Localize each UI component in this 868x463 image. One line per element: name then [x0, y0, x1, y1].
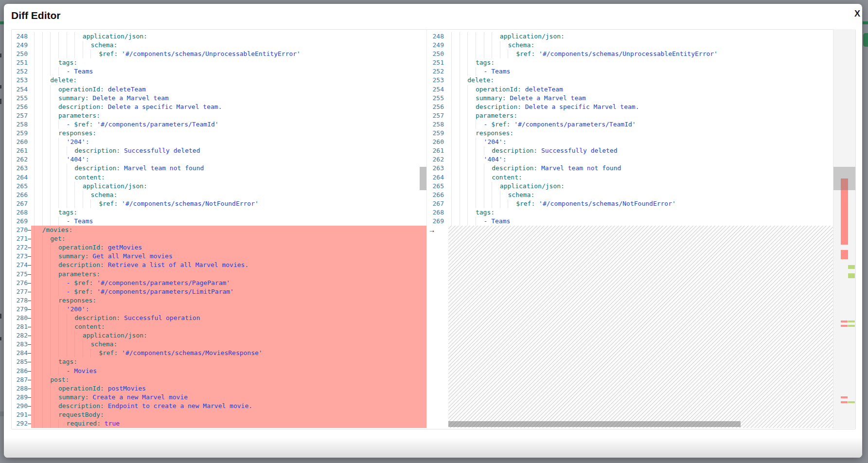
- deleted-line-marker: [28, 182, 31, 191]
- line-number: 265: [427, 182, 444, 191]
- deleted-line-marker: [28, 85, 31, 94]
- code-text: - Teams: [448, 217, 833, 226]
- background-text-fragment: [0, 99, 1, 104]
- minimap-deleted-mark: [841, 325, 848, 327]
- diff-line: 262'404':: [427, 155, 833, 164]
- minimap-deleted-mark: [841, 401, 848, 403]
- code-text: description: Marvel team not found: [31, 164, 426, 173]
- diff-line: 265application/json:: [427, 182, 833, 191]
- diff-pane-original[interactable]: 248application/json:249schema:250$ref: '…: [12, 32, 426, 428]
- deleted-line-marker: [28, 58, 31, 67]
- line-number: 253: [427, 76, 444, 85]
- code-text: schema:: [448, 191, 833, 199]
- deleted-region-placeholder: [448, 226, 833, 428]
- code-text: parameters:: [31, 111, 426, 120]
- diff-line: 267$ref: '#/components/schemas/NotFoundE…: [427, 199, 833, 208]
- minimap-slider[interactable]: [833, 167, 855, 190]
- diff-line: 258- $ref: '#/components/parameters/Team…: [12, 120, 426, 129]
- code-text: description: Successfully deleted: [448, 146, 833, 155]
- diff-line: 250$ref: '#/components/schemas/Unprocess…: [427, 50, 833, 58]
- line-number: 266: [427, 191, 444, 199]
- line-number: 259: [427, 129, 444, 138]
- line-number: 261: [12, 146, 28, 155]
- line-number: 268: [12, 208, 28, 217]
- code-text: responses:: [31, 296, 426, 305]
- diff-line: 268tags:: [12, 208, 426, 217]
- code-text: - $ref: '#/components/parameters/TeamId': [448, 120, 833, 129]
- deleted-line-marker: –: [28, 331, 31, 340]
- line-number: 272: [12, 243, 28, 252]
- code-text: '200':: [31, 305, 426, 314]
- diff-line: 288–operationId: postMovies: [12, 384, 426, 393]
- code-text: application/json:: [31, 331, 426, 340]
- deleted-line-marker: [444, 146, 448, 155]
- minimap-added-mark: [848, 401, 855, 403]
- left-pane-vertical-scrollbar-thumb[interactable]: [420, 167, 426, 190]
- diff-line: 270–/movies:: [12, 226, 426, 234]
- diff-pane-modified[interactable]: 248application/json:249schema:250$ref: '…: [427, 32, 833, 226]
- close-button[interactable]: X: [850, 6, 865, 21]
- code-text: $ref: '#/components/schemas/Unprocessabl…: [448, 50, 833, 58]
- line-number: 291: [12, 410, 28, 419]
- diff-line: 278–responses:: [12, 296, 426, 305]
- code-text: content:: [31, 173, 426, 182]
- diff-line: 274–description: Retrieve a list of all …: [12, 261, 426, 269]
- minimap[interactable]: [833, 29, 855, 428]
- deleted-line-marker: [28, 67, 31, 76]
- deleted-line-marker: [444, 50, 448, 58]
- deleted-line-marker: –: [28, 305, 31, 314]
- code-text: - $ref: '#/components/parameters/LimitPa…: [31, 287, 426, 296]
- line-number: 253: [12, 76, 28, 85]
- line-number: 251: [427, 58, 444, 67]
- right-pane-horizontal-scrollbar-thumb[interactable]: [448, 421, 741, 427]
- diff-line: 254operationId: deleteTeam: [427, 85, 833, 94]
- deleted-line-marker: [444, 120, 448, 129]
- deleted-line-marker: –: [28, 279, 31, 287]
- line-number: 263: [427, 164, 444, 173]
- diff-line: 275–parameters:: [12, 270, 426, 279]
- deleted-line-marker: –: [28, 322, 31, 331]
- code-text: operationId: deleteTeam: [31, 85, 426, 94]
- code-text: application/json:: [31, 182, 426, 191]
- line-number: 286: [12, 367, 28, 375]
- deleted-line-marker: –: [28, 287, 31, 296]
- deleted-line-marker: –: [28, 393, 31, 402]
- diff-line: 263description: Marvel team not found: [12, 164, 426, 173]
- line-number: 287: [12, 375, 28, 384]
- line-number: 278: [12, 296, 28, 305]
- deleted-line-marker: –: [28, 243, 31, 252]
- line-number: 248: [427, 32, 444, 41]
- line-number: 267: [12, 199, 28, 208]
- diff-line: 271–get:: [12, 234, 426, 243]
- code-text: tags:: [448, 208, 833, 217]
- diff-line: 269- Teams: [427, 217, 833, 226]
- deleted-line-marker: [444, 182, 448, 191]
- line-number: 273: [12, 252, 28, 261]
- diff-line: 248application/json:: [427, 32, 833, 41]
- line-number: 254: [427, 85, 444, 94]
- screen: Diff Editor X 248application/json:249sch…: [0, 0, 868, 463]
- deleted-line-marker: –: [28, 349, 31, 357]
- modal-title: Diff Editor: [11, 10, 60, 21]
- diff-line: 253delete:: [12, 76, 426, 85]
- diff-line: 252- Teams: [12, 67, 426, 76]
- code-text: post:: [31, 375, 426, 384]
- background-tab-underline-left: [0, 21, 4, 24]
- diff-line: 255summary: Delete a Marvel team: [12, 94, 426, 103]
- line-number: 255: [12, 94, 28, 103]
- deleted-line-marker: [28, 50, 31, 58]
- line-number: 281: [12, 322, 28, 331]
- deleted-line-marker: [28, 155, 31, 164]
- diff-line: 251tags:: [427, 58, 833, 67]
- line-number: 262: [427, 155, 444, 164]
- line-number: 257: [427, 111, 444, 120]
- code-text: get:: [31, 234, 426, 243]
- deleted-line-marker: [444, 76, 448, 85]
- minimap-added-mark: [848, 265, 855, 269]
- deleted-line-marker: –: [28, 402, 31, 410]
- line-number: 288: [12, 384, 28, 393]
- diff-line: 268tags:: [427, 208, 833, 217]
- deleted-line-marker: [28, 120, 31, 129]
- diff-line: 264content:: [427, 173, 833, 182]
- line-number: 264: [427, 173, 444, 182]
